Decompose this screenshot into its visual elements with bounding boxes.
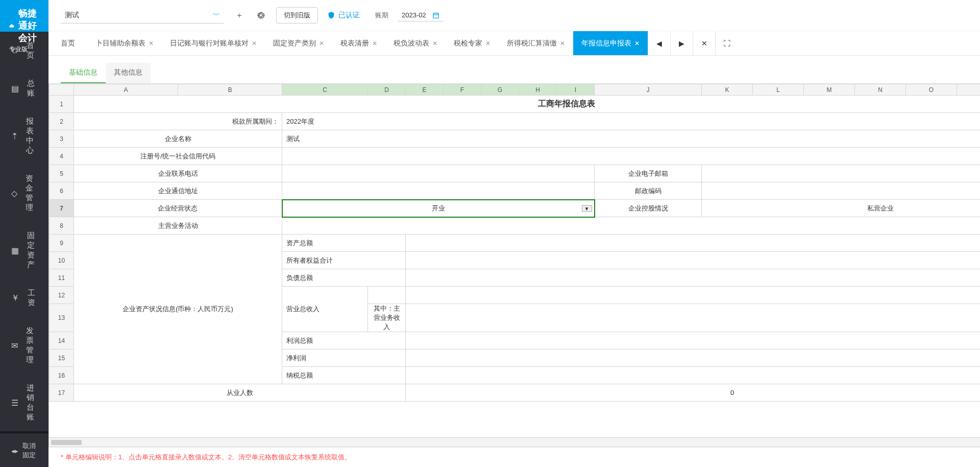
tab[interactable]: 税负波动表✕ (385, 31, 446, 55)
value-cell[interactable] (702, 182, 981, 200)
column-header[interactable]: K (702, 84, 753, 96)
label-cell[interactable]: 企业经营状态 (74, 200, 282, 217)
close-icon[interactable]: ✕ (560, 40, 565, 47)
company-dropdown[interactable]: 测试 ﹀ (61, 8, 224, 24)
tab-close-all[interactable]: ✕ (693, 31, 715, 55)
label-cell[interactable]: 企业名称 (74, 130, 282, 148)
row-header[interactable]: 12 (50, 287, 74, 304)
label-cell[interactable]: 注册号/统一社会信用代码 (74, 148, 282, 165)
row-header[interactable]: 15 (50, 349, 74, 367)
column-header[interactable]: J (595, 84, 702, 96)
row-header[interactable]: 8 (50, 217, 74, 235)
label-cell[interactable]: 企业控股情况 (595, 200, 702, 217)
tab-fullscreen[interactable]: ⛶ (715, 31, 738, 55)
select-all-corner[interactable] (50, 84, 74, 96)
label-cell[interactable]: 净利润 (282, 349, 406, 367)
label-cell[interactable]: 从业人数 (74, 384, 406, 402)
column-header[interactable]: O (906, 84, 957, 96)
label-cell[interactable]: 纳税总额 (282, 367, 406, 384)
value-cell[interactable] (406, 349, 981, 367)
close-icon[interactable]: ✕ (252, 40, 257, 47)
sidebar-unpin[interactable]: ◂▸ 取消固定 (0, 434, 48, 467)
row-header[interactable]: 5 (50, 165, 74, 182)
value-cell[interactable] (406, 269, 981, 287)
column-header[interactable]: P (957, 84, 981, 96)
column-header[interactable]: G (481, 84, 519, 96)
column-header[interactable]: L (753, 84, 804, 96)
old-version-button[interactable]: 切到旧版 (276, 7, 318, 24)
nav-item-asset[interactable]: ▦固定资产 (0, 222, 48, 279)
tab[interactable]: 固定资产类别✕ (265, 31, 332, 55)
value-cell[interactable] (406, 332, 981, 349)
value-cell[interactable] (702, 165, 981, 182)
subtab[interactable]: 其他信息 (106, 63, 151, 83)
close-icon[interactable]: ✕ (372, 40, 377, 47)
tab-home[interactable]: 首页 (48, 31, 87, 55)
nav-item-inventory[interactable]: ☰进销台账 (0, 374, 48, 431)
tab[interactable]: 所得税汇算清缴✕ (499, 31, 573, 55)
row-header[interactable]: 14 (50, 332, 74, 349)
scrollbar-thumb[interactable] (51, 440, 82, 445)
subtab[interactable]: 基础信息 (61, 63, 106, 83)
label-cell[interactable]: 负债总额 (282, 269, 406, 287)
close-icon[interactable]: ✕ (634, 40, 640, 47)
column-header[interactable]: N (855, 84, 906, 96)
value-cell[interactable] (406, 252, 981, 269)
label-cell[interactable]: 其中：主营业务收入 (368, 304, 406, 332)
column-header[interactable]: D (368, 84, 406, 96)
close-icon[interactable]: ✕ (432, 40, 437, 47)
label-cell[interactable]: 企业电子邮箱 (595, 165, 702, 182)
value-cell[interactable] (406, 235, 981, 252)
tab-scroll-left[interactable]: ◀ (648, 31, 670, 55)
column-header[interactable]: M (804, 84, 855, 96)
row-header[interactable]: 16 (50, 367, 74, 384)
add-button[interactable]: ＋ (233, 9, 246, 21)
value-cell[interactable] (368, 287, 406, 304)
nav-item-salary[interactable]: ￥工资 (0, 279, 48, 317)
row-header[interactable]: 11 (50, 269, 74, 287)
row-header[interactable]: 7 (50, 200, 74, 217)
label-cell[interactable]: 所有者权益合计 (282, 252, 406, 269)
label-cell[interactable]: 主营业务活动 (74, 217, 282, 235)
row-header[interactable]: 6 (50, 182, 74, 200)
close-icon[interactable]: ✕ (149, 40, 154, 47)
row-header[interactable]: 4 (50, 148, 74, 165)
tab[interactable]: 卜目辅助余额表✕ (87, 31, 162, 55)
column-header[interactable]: I (557, 84, 595, 96)
value-cell[interactable] (406, 304, 981, 332)
value-cell[interactable] (282, 217, 981, 235)
row-header[interactable]: 2 (50, 113, 74, 130)
business-status-dropdown[interactable]: 开业▼ (282, 200, 595, 217)
row-header[interactable]: 13 (50, 304, 74, 332)
label-cell[interactable]: 企业通信地址 (74, 182, 282, 200)
value-cell[interactable] (406, 367, 981, 384)
gear-icon[interactable] (255, 9, 267, 21)
nav-item-fund[interactable]: ◇资金管理 (0, 165, 48, 222)
tab[interactable]: 税检专家✕ (446, 31, 499, 55)
column-header[interactable]: B (178, 84, 282, 96)
nav-item-invoice[interactable]: ✉发票管理 (0, 317, 48, 374)
value-cell[interactable] (282, 165, 595, 182)
close-icon[interactable]: ✕ (485, 40, 491, 47)
row-header[interactable]: 9 (50, 235, 74, 252)
value-cell[interactable]: 0 (406, 384, 981, 402)
column-header[interactable]: F (444, 84, 481, 96)
dropdown-arrow-icon[interactable]: ▼ (582, 205, 592, 212)
label-cell[interactable]: 资产总额 (282, 235, 406, 252)
value-cell[interactable] (406, 287, 981, 304)
value-cell[interactable]: 测试 (282, 130, 981, 148)
period-selector[interactable]: 2023-02 (398, 9, 444, 21)
tab[interactable]: 年报信息申报表✕ (573, 31, 648, 55)
close-icon[interactable]: ✕ (319, 40, 324, 47)
nav-item-home[interactable]: ⌂首页 (0, 32, 48, 69)
row-header[interactable]: 17 (50, 384, 74, 402)
column-header[interactable]: A (74, 84, 178, 96)
column-header[interactable]: E (406, 84, 444, 96)
nav-item-report[interactable]: ⇡报表中心 (0, 107, 48, 165)
tab[interactable]: 日记账与银行对账单核对✕ (162, 31, 265, 55)
label-cell[interactable]: 利润总额 (282, 332, 406, 349)
label-cell[interactable]: 邮政编码 (595, 182, 702, 200)
value-cell[interactable] (282, 148, 981, 165)
label-cell[interactable]: 企业联系电话 (74, 165, 282, 182)
column-header[interactable]: H (519, 84, 557, 96)
